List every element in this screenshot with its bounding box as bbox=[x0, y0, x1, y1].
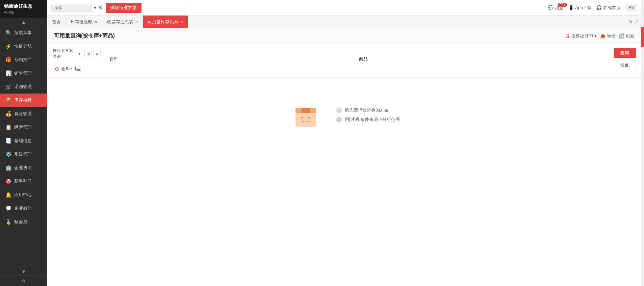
sidebar-item-appstore[interactable]: 🔔 应用中心 bbox=[0, 188, 47, 202]
search-icon: 🔍 bbox=[5, 30, 11, 36]
tab-receipt-summary-close[interactable]: × bbox=[135, 20, 138, 24]
marketing-icon: 🎁 bbox=[5, 57, 11, 63]
topbar-trial-btn[interactable]: 体验行业方案 bbox=[106, 3, 141, 13]
sidebar-item-operation[interactable]: 📋 经营管理 bbox=[0, 121, 47, 134]
filter-row-warehouse: 仓库 ··· 商品 ··· 查询 设置 bbox=[109, 48, 636, 70]
print-icon: 🖨 bbox=[565, 33, 570, 38]
tab-home[interactable]: 首页 bbox=[47, 16, 66, 28]
sidebar-item-sales[interactable]: 📊 销售管理 bbox=[0, 67, 47, 80]
tab-batch-ledger[interactable]: 库存批次账 × bbox=[66, 16, 102, 28]
version-label: 标准版 bbox=[4, 10, 43, 15]
empty-state: 1 请先选择要分析的方案 2 用[过滤]条件来缩小分析范围 bbox=[47, 78, 641, 152]
brand-name: 畅康通好生意 bbox=[4, 3, 43, 9]
enterprise-icon: 🏢 bbox=[5, 165, 11, 171]
topbar-dropdown-btn[interactable]: ▾ bbox=[94, 5, 96, 10]
sidebar-item-marketing[interactable]: 🎁 营销推广 bbox=[0, 53, 47, 67]
topbar-online-service[interactable]: 🎧 在线客服 bbox=[596, 5, 621, 11]
right-edge-tab bbox=[641, 27, 644, 47]
tabs-bar: 首页 库存批次账 × 收发存汇总表 × 可用量库存账本 × ✕ ⤢ bbox=[47, 16, 641, 28]
newbie-icon: 🎯 bbox=[5, 178, 11, 184]
filter-add-btn[interactable]: ＋ bbox=[76, 50, 83, 57]
sidebar-item-newbie[interactable]: 🎯 新手引导 bbox=[0, 175, 47, 188]
sidebar-item-membership[interactable]: 🏅 畅会员 bbox=[0, 215, 47, 229]
tab-available-ledger[interactable]: 可用量库存账本 × bbox=[143, 16, 188, 28]
sidebar-item-basic[interactable]: 📑 基础信息 bbox=[0, 134, 47, 148]
message-icon: 💬 bbox=[548, 5, 553, 10]
page-header: 可用量查询(按仓库+商品) 🖨 按模板打印 ▾ 📤 导出 🔄 刷新 bbox=[47, 28, 641, 44]
filter-scheme-warehouse-goods[interactable]: ⊙ 仓库+商品 bbox=[53, 64, 101, 73]
topbar: ▾ ⚙ 体验行业方案 💬 消息 99+ 📱 App下载 🎧 在线客服 Rit bbox=[47, 0, 641, 16]
export-btn[interactable]: 📤 导出 bbox=[600, 33, 616, 39]
print-btn[interactable]: 🖨 按模板打印 ▾ bbox=[565, 33, 597, 39]
filter-settings-btn2[interactable]: 设置 bbox=[613, 60, 636, 70]
topbar-messages[interactable]: 💬 消息 99+ bbox=[548, 5, 564, 11]
page-header-actions: 🖨 按模板打印 ▾ 📤 导出 🔄 刷新 bbox=[565, 33, 635, 39]
finance-icon: 💰 bbox=[5, 111, 11, 117]
goods-dots-btn[interactable]: ··· bbox=[600, 56, 605, 62]
sidebar-item-quick-nav[interactable]: ⚡ 快捷导航 bbox=[0, 40, 47, 53]
sidebar-item-inventory[interactable]: 📦 库存核算 bbox=[0, 94, 47, 107]
page-title: 可用量查询(按仓库+商品) bbox=[54, 32, 115, 40]
refresh-btn[interactable]: 🔄 刷新 bbox=[619, 33, 635, 39]
inventory-icon: 📦 bbox=[5, 97, 11, 103]
filter-field-warehouse: 仓库 ··· bbox=[109, 55, 355, 63]
empty-state-content: 1 请先选择要分析的方案 2 用[过滤]条件来缩小分析范围 bbox=[289, 98, 400, 132]
sidebar-scroll-up[interactable]: ▲ bbox=[0, 18, 47, 26]
phone-icon: 📱 bbox=[568, 5, 574, 10]
empty-illustration bbox=[289, 98, 323, 132]
sidebar-items: 🔍 搜索菜单 ⚡ 快捷导航 🎁 营销推广 📊 销售管理 🛒 采购管理 📦 库存核… bbox=[0, 26, 47, 268]
sidebar-item-wechat[interactable]: 💬 企业微信 bbox=[0, 202, 47, 215]
filter-field-goods: 商品 ··· bbox=[359, 55, 605, 63]
sidebar-header: 畅康通好生意 标准版 bbox=[0, 0, 47, 18]
tab-available-ledger-close[interactable]: × bbox=[180, 20, 183, 24]
export-icon: 📤 bbox=[600, 33, 606, 38]
print-dropdown-icon: ▾ bbox=[594, 33, 597, 38]
tabs-actions: ✕ ⤢ bbox=[628, 16, 641, 28]
filter-collapse-btn[interactable]: « bbox=[93, 50, 101, 57]
svg-line-7 bbox=[310, 105, 312, 107]
empty-tip-2: 2 用[过滤]条件来缩小分析范围 bbox=[336, 116, 400, 123]
main-area: ▾ ⚙ 体验行业方案 💬 消息 99+ 📱 App下载 🎧 在线客服 Rit 首… bbox=[47, 0, 641, 286]
tab-batch-ledger-close[interactable]: × bbox=[95, 20, 97, 24]
sidebar-item-enterprise[interactable]: 🏢 企业协同 bbox=[0, 161, 47, 175]
topbar-user[interactable]: Rit bbox=[625, 4, 637, 11]
empty-tip-1: 1 请先选择要分析的方案 bbox=[336, 107, 400, 113]
sidebar-scroll-down[interactable]: ▼ bbox=[0, 268, 47, 276]
topbar-gear-btn[interactable]: ⚙ bbox=[98, 4, 103, 11]
topbar-app-download[interactable]: 📱 App下载 bbox=[568, 5, 592, 11]
messages-badge: 99+ bbox=[558, 3, 567, 7]
filter-area: 按以下方案查询 ＋ ⊕ « ⊙ 仓库+商品 仓库 bbox=[47, 44, 641, 78]
query-btn[interactable]: 查询 bbox=[614, 48, 636, 58]
sidebar-item-purchase[interactable]: 🛒 采购管理 bbox=[0, 80, 47, 94]
filter-settings-btn[interactable]: ⊕ bbox=[84, 50, 92, 57]
empty-tips: 1 请先选择要分析的方案 2 用[过滤]条件来缩小分析范围 bbox=[336, 107, 400, 123]
wechat-icon: 💬 bbox=[5, 205, 11, 211]
sales-icon: 📊 bbox=[5, 70, 11, 76]
filter-label: 按以下方案查询 ＋ ⊕ « bbox=[53, 48, 101, 59]
sidebar-item-search[interactable]: 🔍 搜索菜单 bbox=[0, 26, 47, 40]
warehouse-dots-btn[interactable]: ··· bbox=[351, 56, 355, 62]
goods-input[interactable] bbox=[371, 55, 598, 63]
system-icon: ⚙️ bbox=[5, 151, 11, 157]
warehouse-input[interactable] bbox=[121, 55, 349, 63]
tab-receipt-summary[interactable]: 收发存汇总表 × bbox=[102, 16, 143, 28]
filter-left: 按以下方案查询 ＋ ⊕ « ⊙ 仓库+商品 bbox=[53, 48, 105, 73]
filter-add-btns: ＋ ⊕ « bbox=[76, 50, 101, 57]
page-content: 可用量查询(按仓库+商品) 🖨 按模板打印 ▾ 📤 导出 🔄 刷新 bbox=[47, 28, 641, 286]
operation-icon: 📋 bbox=[5, 124, 11, 130]
headset-icon: 🎧 bbox=[596, 5, 602, 10]
topbar-search-input[interactable] bbox=[51, 4, 92, 12]
filter-actions: 查询 设置 bbox=[609, 48, 636, 70]
tip-num-2: 2 bbox=[336, 116, 342, 123]
topbar-right: 💬 消息 99+ 📱 App下载 🎧 在线客服 Rit bbox=[548, 4, 637, 11]
sidebar-item-finance[interactable]: 💰 资金管理 bbox=[0, 107, 47, 121]
tabs-expand-btn[interactable]: ⤢ bbox=[634, 19, 639, 25]
sidebar-item-system[interactable]: ⚙️ 系统管理 bbox=[0, 148, 47, 161]
warehouse-label: 仓库 bbox=[109, 56, 119, 62]
tabs-close-all-btn[interactable]: ✕ bbox=[628, 19, 633, 25]
scheme-icon: ⊙ bbox=[55, 66, 59, 72]
svg-point-3 bbox=[301, 116, 303, 119]
filter-right: 仓库 ··· 商品 ··· 查询 设置 bbox=[109, 48, 636, 73]
topbar-search-area: ▾ ⚙ bbox=[51, 4, 103, 12]
sidebar: 畅康通好生意 标准版 ▲ 🔍 搜索菜单 ⚡ 快捷导航 🎁 营销推广 📊 销售管理… bbox=[0, 0, 47, 286]
